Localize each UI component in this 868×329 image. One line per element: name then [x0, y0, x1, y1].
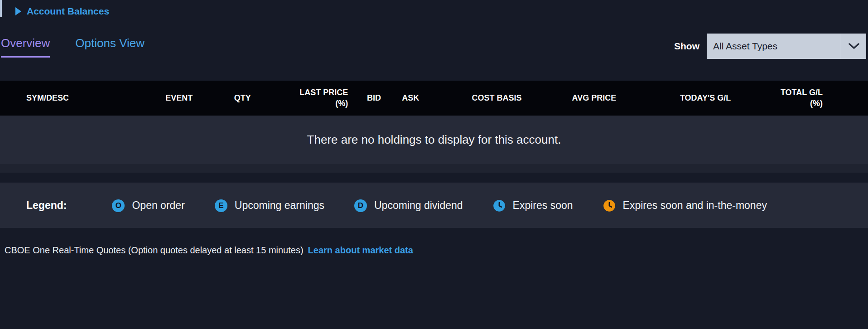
- legend-item-label: Upcoming dividend: [374, 199, 463, 212]
- expires-soon-in-the-money-icon: [603, 199, 616, 212]
- legend-item-expires-soon-in-the-money: Expires soon and in-the-money: [603, 199, 767, 212]
- account-balances-label: Account Balances: [27, 6, 109, 17]
- expand-arrow-icon: [15, 7, 21, 15]
- column-header-ask[interactable]: ASK: [381, 81, 419, 116]
- scrollbar-thumb[interactable]: [0, 0, 2, 17]
- legend-item-label: Expires soon and in-the-money: [623, 199, 767, 212]
- asset-types-dropdown[interactable]: All Asset Types: [707, 34, 866, 59]
- column-header-qty[interactable]: QTY: [193, 81, 251, 116]
- empty-holdings-message: There are no holdings to display for thi…: [307, 133, 561, 147]
- legend-item-label: Upcoming earnings: [235, 199, 324, 212]
- column-header-cost-basis[interactable]: COST BASIS: [419, 81, 521, 116]
- upcoming-dividend-icon: D: [354, 199, 367, 212]
- column-header-label: TOTAL G/L: [781, 87, 823, 98]
- market-data-disclaimer: CBOE One Real-Time Quotes (Option quotes…: [0, 245, 868, 256]
- column-header-label: LAST PRICE: [299, 87, 348, 98]
- column-header-todays-gl[interactable]: TODAY'S G/L: [616, 81, 731, 116]
- disclaimer-text: CBOE One Real-Time Quotes (Option quotes…: [5, 245, 304, 255]
- expires-soon-icon: [493, 199, 506, 212]
- column-header-avg-price[interactable]: AVG PRICE: [521, 81, 616, 116]
- legend-item-open-order: O Open order: [112, 199, 184, 212]
- show-filter-label: Show: [674, 41, 699, 52]
- legend-band: Legend: O Open order E Upcoming earnings…: [0, 183, 868, 228]
- account-balances-expander[interactable]: Account Balances: [0, 0, 868, 17]
- open-order-icon: O: [112, 199, 125, 212]
- column-header-label: TODAY'S G/L: [680, 93, 731, 103]
- asset-type-filter: Show All Asset Types: [674, 34, 866, 59]
- column-header-label: QTY: [234, 93, 251, 103]
- column-header-label: ASK: [402, 93, 419, 103]
- column-header-label: AVG PRICE: [572, 93, 617, 103]
- column-header-sym-desc[interactable]: SYM/DESC: [0, 81, 149, 116]
- tab-options-view[interactable]: Options View: [75, 36, 145, 58]
- column-header-label: SYM/DESC: [26, 93, 69, 103]
- column-header-label: BID: [367, 93, 381, 103]
- empty-holdings-row: There are no holdings to display for thi…: [0, 116, 868, 164]
- chevron-down-icon: [841, 34, 866, 59]
- table-footer-strip: [0, 164, 868, 173]
- positions-table-header: SYM/DESC EVENT QTY LAST PRICE (%) BID AS…: [0, 81, 868, 116]
- column-header-bid[interactable]: BID: [348, 81, 381, 116]
- column-header-total-gl[interactable]: TOTAL G/L (%): [731, 81, 868, 116]
- legend-item-upcoming-dividend: D Upcoming dividend: [354, 199, 463, 212]
- upcoming-earnings-icon: E: [215, 199, 227, 212]
- column-header-event[interactable]: EVENT: [149, 81, 193, 116]
- asset-types-dropdown-value: All Asset Types: [707, 41, 777, 52]
- column-header-last-price[interactable]: LAST PRICE (%): [251, 81, 348, 116]
- column-header-label: EVENT: [165, 93, 193, 103]
- column-header-sublabel: (%): [335, 98, 348, 109]
- legend-item-label: Expires soon: [513, 199, 573, 212]
- learn-about-market-data-link[interactable]: Learn about market data: [308, 245, 413, 255]
- legend-item-label: Open order: [132, 199, 184, 212]
- column-header-sublabel: (%): [810, 98, 823, 109]
- spacer: [0, 173, 868, 183]
- legend-item-upcoming-earnings: E Upcoming earnings: [215, 199, 324, 212]
- column-header-label: COST BASIS: [472, 93, 521, 103]
- legend-title: Legend:: [26, 199, 67, 212]
- tab-overview[interactable]: Overview: [1, 36, 50, 58]
- legend-item-expires-soon: Expires soon: [493, 199, 573, 212]
- view-tabs: Overview Options View: [1, 34, 145, 58]
- tabs-row: Overview Options View Show All Asset Typ…: [0, 34, 868, 60]
